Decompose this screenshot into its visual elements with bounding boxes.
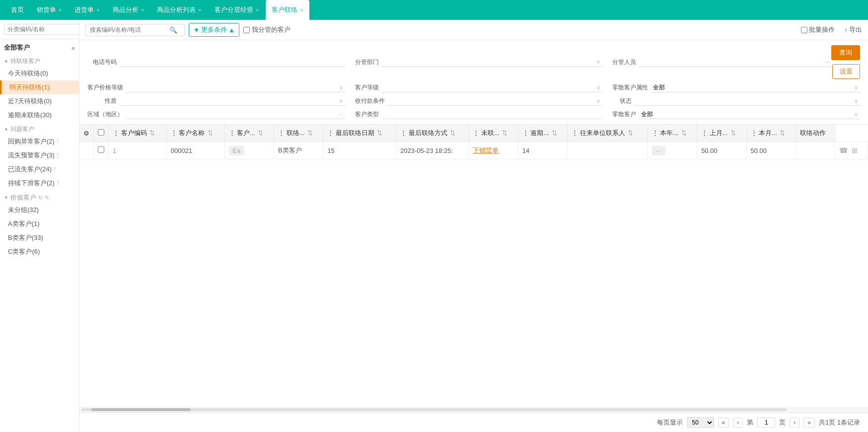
- sidebar-search-input[interactable]: [4, 24, 79, 35]
- sort-this-year[interactable]: ⇅: [681, 129, 687, 137]
- help-icon-churned: ?: [53, 167, 56, 172]
- page-prev-button[interactable]: ‹: [733, 418, 743, 428]
- retail-attr-field[interactable]: [653, 84, 854, 91]
- query-button[interactable]: 查询: [831, 45, 860, 60]
- retail-customer-field[interactable]: [641, 111, 854, 118]
- nav-close-customer-tier[interactable]: ×: [256, 7, 259, 13]
- payment-terms-field[interactable]: [390, 97, 597, 104]
- sort-uncontacted[interactable]: ⇅: [502, 129, 507, 137]
- col-actions: 联络动作: [796, 125, 835, 142]
- scrollbar-thumb[interactable]: [91, 408, 191, 411]
- manager-input[interactable]: ···: [639, 58, 831, 67]
- status-field[interactable]: [637, 97, 854, 104]
- sort-this-month[interactable]: ⇅: [780, 129, 785, 137]
- sidebar-item-ungrouped[interactable]: 未分组(32): [0, 203, 79, 217]
- row-more-icon[interactable]: ⊞: [852, 146, 858, 154]
- per-page-label: 每页显示: [657, 418, 683, 427]
- table-checkbox-col: [94, 125, 109, 142]
- manager-input-field[interactable]: [641, 59, 825, 66]
- sidebar-item-declining[interactable]: 持续下滑客户(2) ?: [0, 176, 79, 190]
- filter-status: 状态 ∨: [602, 96, 860, 106]
- gender-input[interactable]: ∨: [120, 96, 345, 106]
- horizontal-scrollbar[interactable]: [79, 407, 868, 413]
- sort-last-month[interactable]: ⇅: [730, 129, 736, 137]
- sort-last-contact-date[interactable]: ⇅: [377, 129, 382, 137]
- price-level-dropdown-icon: ∨: [339, 84, 343, 91]
- my-customers-check-input[interactable]: [243, 27, 250, 33]
- value-customer-edit[interactable]: ✎: [45, 195, 49, 201]
- select-all-checkbox[interactable]: [98, 129, 104, 136]
- nav-close-product-analysis-list[interactable]: ×: [198, 7, 201, 13]
- sort-customer-code[interactable]: ⇅: [149, 129, 155, 137]
- page-last-button[interactable]: »: [803, 418, 815, 428]
- page-input[interactable]: [757, 418, 775, 428]
- sidebar-item-class-c[interactable]: C类客户(6): [0, 245, 79, 259]
- phone-input-field[interactable]: [122, 59, 343, 66]
- row-check[interactable]: [98, 146, 104, 153]
- my-customers-checkbox[interactable]: 我分管的客户: [243, 25, 290, 34]
- nav-customer-contact[interactable]: 客户联络 ×: [266, 0, 309, 20]
- sidebar-item-today-contact[interactable]: 今天待联络(0): [0, 67, 79, 80]
- batch-operation-button[interactable]: 批量操作: [801, 25, 835, 34]
- sort-contact-count[interactable]: ⇅: [307, 129, 313, 137]
- nav-close-customer-contact[interactable]: ×: [300, 7, 303, 13]
- retail-attr-input[interactable]: ∨: [651, 83, 860, 92]
- region-field[interactable]: [128, 111, 338, 118]
- sort-last-contact-method[interactable]: ⇅: [450, 129, 455, 137]
- sidebar-item-churn-warning[interactable]: 流失预警客户(3) ?: [0, 148, 79, 162]
- page-first-button[interactable]: «: [718, 418, 729, 428]
- per-page-select[interactable]: 50 100 200: [687, 417, 714, 428]
- sidebar-item-overdue-contact[interactable]: 逾期未联络(30): [0, 108, 79, 122]
- nav-sales-order[interactable]: 销货单 ×: [31, 0, 68, 20]
- sidebar-item-churned[interactable]: 已流失客户(24) ?: [0, 162, 79, 176]
- more-filter-button[interactable]: ▼ 更多条件 ▲: [189, 23, 239, 37]
- settings-button[interactable]: 设置: [832, 64, 860, 79]
- sort-customer-type[interactable]: ⇅: [258, 129, 263, 137]
- nav-product-analysis[interactable]: 商品分析 ×: [107, 0, 150, 20]
- sidebar-item-week-contact[interactable]: 近7天待联络(0): [0, 94, 79, 108]
- row-edit-icon[interactable]: ☎: [839, 146, 848, 154]
- nav-close-purchase-order[interactable]: ×: [96, 7, 99, 13]
- region-input[interactable]: ···: [126, 110, 345, 119]
- customer-level-input[interactable]: ∨: [382, 83, 603, 92]
- price-level-input[interactable]: ∨: [126, 83, 345, 92]
- filter-retail-attr: 零散客户属性 ∨: [602, 83, 860, 92]
- nav-customer-tier[interactable]: 客户分层经营 ×: [209, 0, 265, 20]
- nav-home[interactable]: 首页: [5, 0, 30, 20]
- nav-product-analysis-list[interactable]: 商品分析列表 ×: [151, 0, 207, 20]
- sidebar-all-customers-header: 全部客户 «: [0, 39, 79, 54]
- phone-input[interactable]: [120, 58, 345, 67]
- search-input[interactable]: [90, 26, 169, 33]
- page-next-button[interactable]: ›: [790, 418, 799, 428]
- nav-close-sales-order[interactable]: ×: [59, 7, 62, 13]
- export-button[interactable]: ↑ 导出: [845, 25, 863, 34]
- search-execute-icon[interactable]: 🔍: [169, 26, 177, 34]
- gender-field[interactable]: [122, 97, 339, 104]
- gear-icon[interactable]: ⚙: [83, 130, 89, 137]
- sort-contact-person[interactable]: ⇅: [628, 129, 633, 137]
- chevron-up-icon: ▲: [228, 26, 235, 34]
- last-method-link[interactable]: 下销货单: [473, 146, 499, 154]
- nav-purchase-order[interactable]: 进货单 ×: [69, 0, 105, 20]
- filter-gender: 性质 ∨: [87, 96, 345, 106]
- status-input[interactable]: ∨: [635, 96, 860, 106]
- nav-close-product-analysis[interactable]: ×: [141, 7, 144, 13]
- sidebar-collapse-icon[interactable]: «: [72, 44, 75, 52]
- payment-terms-input[interactable]: ∨: [388, 96, 603, 106]
- price-level-field[interactable]: [128, 84, 339, 91]
- value-customer-refresh[interactable]: ↻: [38, 195, 43, 201]
- batch-op-check[interactable]: [801, 27, 807, 33]
- sort-customer-name[interactable]: ⇅: [208, 129, 213, 137]
- customer-type-field[interactable]: [384, 111, 601, 118]
- sidebar-item-class-b[interactable]: B类客户(33): [0, 231, 79, 245]
- customer-type-input[interactable]: [382, 110, 603, 119]
- dept-input[interactable]: ∨: [382, 58, 603, 67]
- dept-input-field[interactable]: [384, 59, 597, 66]
- retail-customer-input[interactable]: ∨: [639, 110, 860, 119]
- sidebar-item-repurchase-anomaly[interactable]: 回购异常客户(2) ?: [0, 135, 79, 148]
- sidebar-item-class-a[interactable]: A类客户(1): [0, 217, 79, 231]
- help-icon-declining: ?: [56, 181, 59, 186]
- customer-level-field[interactable]: [384, 84, 597, 91]
- sort-overdue[interactable]: ⇅: [552, 129, 557, 137]
- sidebar-item-tomorrow-contact[interactable]: 明天待联络(1): [0, 80, 79, 94]
